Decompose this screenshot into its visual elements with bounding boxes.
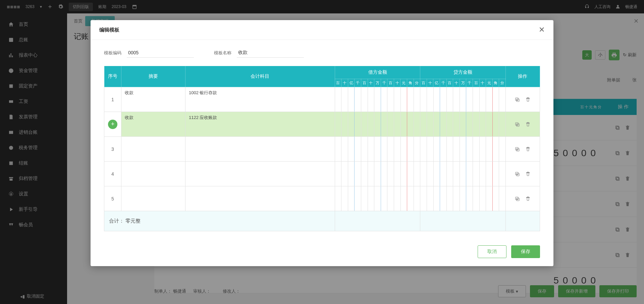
subject-cell[interactable]: 1122 应收账款	[185, 112, 335, 137]
total-label: 合计：	[109, 218, 124, 224]
table-row[interactable]: 3	[104, 137, 540, 162]
credit-cell[interactable]	[420, 186, 506, 211]
credit-cell[interactable]	[420, 112, 506, 137]
trash-icon[interactable]	[525, 171, 531, 177]
th-credit: 贷方金额	[420, 66, 506, 79]
unit-cell: 角	[492, 79, 499, 87]
unit-cell: 千	[440, 79, 447, 87]
unit-cell: 分	[499, 79, 506, 87]
unit-cell: 百	[446, 79, 453, 87]
unit-cell: 元	[486, 79, 493, 87]
summary-cell[interactable]: 收款	[121, 112, 185, 137]
template-name-input[interactable]	[237, 48, 304, 58]
copy-icon[interactable]	[514, 97, 520, 103]
modal-overlay: 编辑模板 ✕ 模板编码 模板名称 序号 摘要 会计科目	[0, 0, 644, 304]
unit-cell: 十	[479, 79, 486, 87]
unit-cell: 百	[361, 79, 368, 87]
summary-cell[interactable]	[121, 137, 185, 162]
summary-cell[interactable]: 收款	[121, 87, 185, 112]
template-name-label: 模板名称	[214, 50, 231, 56]
th-seq: 序号	[104, 66, 121, 87]
unit-cell: 十	[394, 79, 400, 87]
copy-icon[interactable]	[514, 196, 520, 202]
edit-template-modal: 编辑模板 ✕ 模板编码 模板名称 序号 摘要 会计科目	[91, 20, 553, 266]
total-debit	[335, 211, 420, 231]
unit-cell: 十	[427, 79, 433, 87]
template-code-input[interactable]	[127, 48, 194, 58]
seq-cell: 5	[104, 186, 121, 211]
th-debit: 借方金额	[335, 66, 420, 79]
unit-cell: 亿	[433, 79, 440, 87]
subject-cell[interactable]	[185, 162, 335, 186]
subject-cell[interactable]	[185, 186, 335, 211]
op-cell	[505, 137, 540, 162]
template-code-label: 模板编码	[104, 50, 121, 56]
unit-cell: 十	[368, 79, 374, 87]
add-row-button[interactable]: +	[108, 120, 117, 129]
unit-cell: 分	[414, 79, 420, 87]
summary-cell[interactable]	[121, 162, 185, 186]
unit-cell: 百	[473, 79, 479, 87]
unit-cell: 万	[374, 79, 381, 87]
op-cell	[505, 87, 540, 112]
copy-icon[interactable]	[514, 171, 520, 177]
credit-cell[interactable]	[420, 87, 506, 112]
unit-cell: 十	[341, 79, 348, 87]
th-summary: 摘要	[121, 66, 185, 87]
debit-cell[interactable]	[335, 137, 420, 162]
debit-cell[interactable]	[335, 87, 420, 112]
table-row[interactable]: 1收款1002 银行存款	[104, 87, 540, 112]
op-cell	[505, 186, 540, 211]
copy-icon[interactable]	[514, 121, 520, 127]
trash-icon[interactable]	[525, 146, 531, 152]
th-op: 操作	[505, 66, 540, 87]
unit-cell: 千	[381, 79, 387, 87]
unit-cell: 亿	[348, 79, 355, 87]
unit-cell: 百	[420, 79, 427, 87]
total-cell: 合计： 零元整	[104, 211, 335, 231]
debit-cell[interactable]	[335, 112, 420, 137]
seq-cell: 1	[104, 87, 121, 112]
modal-close-button[interactable]: ✕	[539, 26, 545, 34]
subject-cell[interactable]: 1002 银行存款	[185, 87, 335, 112]
op-cell	[505, 162, 540, 186]
seq-cell: 3	[104, 137, 121, 162]
op-cell	[505, 112, 540, 137]
seq-cell: 4	[104, 162, 121, 186]
unit-cell: 千	[355, 79, 361, 87]
cancel-button[interactable]: 取消	[478, 245, 506, 258]
table-row[interactable]: 4	[104, 162, 540, 186]
table-row[interactable]: 5	[104, 186, 540, 211]
summary-cell[interactable]	[121, 186, 185, 211]
seq-cell: +	[104, 112, 121, 137]
unit-cell: 万	[460, 79, 466, 87]
total-credit	[420, 211, 506, 231]
unit-cell: 十	[453, 79, 460, 87]
unit-cell: 元	[400, 79, 407, 87]
subject-cell[interactable]	[185, 137, 335, 162]
credit-cell[interactable]	[420, 137, 506, 162]
total-text: 零元整	[125, 218, 141, 224]
credit-cell[interactable]	[420, 162, 506, 186]
debit-cell[interactable]	[335, 162, 420, 186]
unit-cell: 角	[407, 79, 414, 87]
modal-title: 编辑模板	[99, 27, 119, 33]
total-op	[505, 211, 540, 231]
table-row[interactable]: +收款1122 应收账款	[104, 112, 540, 137]
debit-cell[interactable]	[335, 186, 420, 211]
trash-icon[interactable]	[525, 97, 531, 103]
unit-cell: 百	[335, 79, 341, 87]
copy-icon[interactable]	[514, 146, 520, 152]
trash-icon[interactable]	[525, 121, 531, 127]
unit-cell: 千	[466, 79, 473, 87]
save-button[interactable]: 保存	[511, 245, 540, 258]
trash-icon[interactable]	[525, 196, 531, 202]
th-subject: 会计科目	[185, 66, 335, 87]
template-table: 序号 摘要 会计科目 借方金额 贷方金额 操作 百十亿千百十万千百十元角分 百十…	[104, 66, 540, 231]
unit-cell: 百	[387, 79, 394, 87]
